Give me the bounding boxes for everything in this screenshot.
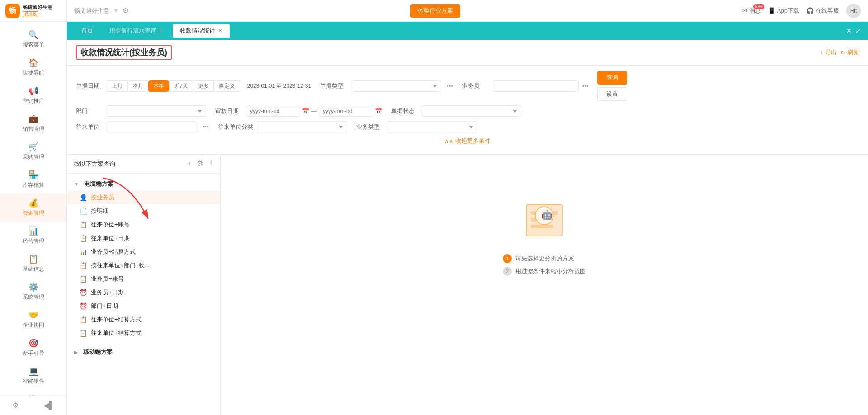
scheme-by-partner-dept[interactable]: 📋 按往来单位+部门+收... bbox=[67, 259, 220, 272]
export-btn[interactable]: ↑ 导出 bbox=[821, 48, 837, 57]
sidebar-item-operation[interactable]: 📊 经营管理 bbox=[0, 222, 66, 250]
date-tab-this-month[interactable]: 本月 bbox=[127, 80, 148, 92]
tab-bar: 首页 现金银行流水查询 ✕ 收款情况统计 ✕ ✕ ⤢ bbox=[67, 22, 868, 40]
sales-account-icon: 📋 bbox=[80, 275, 87, 283]
sidebar-item-guide[interactable]: 🎯 新手引导 bbox=[0, 334, 66, 362]
add-scheme-icon[interactable]: ＋ bbox=[186, 159, 193, 169]
window-expand-icon[interactable]: ⤢ bbox=[855, 27, 861, 34]
scheme-sales-account[interactable]: 📋 业务员+账号 bbox=[67, 272, 220, 286]
scheme-settings-icon[interactable]: ⚙ bbox=[197, 159, 203, 169]
partner-dept-icon: 📋 bbox=[80, 262, 87, 269]
sidebar-item-quick-nav[interactable]: 🏠 快捷导航 bbox=[0, 53, 66, 81]
scheme-partner-account[interactable]: 📋 往来单位+账号 bbox=[67, 218, 220, 231]
user-avatar[interactable]: Rit bbox=[846, 4, 861, 18]
partner-date-icon: 📋 bbox=[80, 235, 87, 242]
sidebar-item-purchase[interactable]: 🛒 采购管理 bbox=[0, 137, 66, 165]
scheme-sales-settlement[interactable]: 📊 业务员+结算方式 bbox=[67, 245, 220, 259]
settings-bottom-icon[interactable]: ⚙ bbox=[12, 401, 19, 410]
sales-rep-input[interactable] bbox=[493, 80, 579, 92]
partner-account-icon: 📋 bbox=[80, 221, 87, 228]
review-date-to[interactable] bbox=[319, 106, 373, 117]
dept-select[interactable] bbox=[107, 105, 206, 117]
sidebar-item-warehouse[interactable]: 🏪 库存核算 bbox=[0, 165, 66, 193]
left-panel-title: 按以下方案查询 bbox=[74, 160, 115, 168]
filter-actions: 查询 设置 bbox=[597, 71, 627, 101]
left-panel: 按以下方案查询 ＋ ⚙ 《 bbox=[67, 155, 221, 415]
topbar: 畅捷通好生意 ▼ ⚙ 体验行业方案 ✉ 消息 99+ 📱 App下载 🎧 在线客… bbox=[67, 0, 868, 22]
scheme-partner-settlement1[interactable]: 📋 往来单位+结算方式 bbox=[67, 313, 220, 326]
refresh-btn[interactable]: ↻ 刷新 bbox=[840, 48, 859, 57]
desktop-schemes: ▼ 电脑端方案 👤 按业务员 📄 按明细 📋 往来单位+账号 bbox=[67, 174, 220, 344]
date-tab-custom[interactable]: 自定义 bbox=[214, 80, 240, 92]
sidebar-item-hardware[interactable]: 💻 智能硬件 bbox=[0, 362, 66, 390]
doc-type-more-icon[interactable]: ••• bbox=[447, 83, 453, 90]
message-btn[interactable]: ✉ 消息 99+ bbox=[742, 7, 761, 15]
mobile-scheme-label: 移动端方案 bbox=[83, 348, 113, 356]
tab-cashflow[interactable]: 现金银行流水查询 ✕ bbox=[102, 24, 171, 38]
sidebar-item-marketing[interactable]: 📢 营销推广 bbox=[0, 81, 66, 109]
calendar-to-icon[interactable]: 📅 bbox=[375, 108, 382, 114]
doc-status-select[interactable] bbox=[422, 105, 521, 117]
doc-type-select[interactable] bbox=[351, 80, 441, 92]
partner-settlement1-icon: 📋 bbox=[80, 316, 87, 323]
sidebar-item-system[interactable]: ⚙️ 系统管理 bbox=[0, 278, 66, 306]
filter-partner-item: 往来单位 ••• bbox=[76, 121, 209, 132]
date-tab-this-year[interactable]: 本年 bbox=[148, 80, 169, 92]
tab-home[interactable]: 首页 bbox=[74, 24, 100, 38]
guide-icon: 🎯 bbox=[28, 338, 38, 348]
filter-date-item: 单据日期 上月 本月 本年 近7天 更多 自定义 2023-01-01 至 20… bbox=[76, 80, 311, 92]
date-tab-more[interactable]: 更多 bbox=[193, 80, 214, 92]
tab-receipt-stats-close[interactable]: ✕ bbox=[218, 28, 222, 34]
window-close-icon[interactable]: ✕ bbox=[846, 27, 852, 34]
tab-cashflow-close[interactable]: ✕ bbox=[159, 28, 164, 34]
partner-input[interactable] bbox=[107, 121, 197, 132]
calendar-from-icon[interactable]: 📅 bbox=[302, 108, 309, 114]
scheme-by-detail[interactable]: 📄 按明细 bbox=[67, 204, 220, 218]
collapse-filter-btn[interactable]: ∧∧ 收起更多条件 bbox=[76, 137, 859, 145]
scheme-partner-settlement2[interactable]: 📋 往来单位+结算方式 bbox=[67, 326, 220, 340]
scheme-dept-date[interactable]: ⏰ 部门+日期 bbox=[67, 299, 220, 313]
topbar-gear-icon[interactable]: ⚙ bbox=[123, 6, 129, 15]
scheme-partner-date[interactable]: 📋 往来单位+日期 bbox=[67, 231, 220, 245]
collapse-sidebar-icon[interactable]: ◀▌ bbox=[43, 401, 54, 410]
message-badge: 99+ bbox=[753, 4, 764, 9]
filter-row-3: 往来单位 ••• 往来单位分类 业务类型 bbox=[76, 121, 859, 132]
online-service-btn[interactable]: 🎧 在线客服 bbox=[807, 7, 839, 15]
review-date-from[interactable] bbox=[246, 106, 300, 117]
tab-receipt-stats[interactable]: 收款情况统计 ✕ bbox=[173, 24, 230, 38]
biz-type-label: 业务类型 bbox=[356, 123, 383, 131]
app-download-btn[interactable]: 📱 App下载 bbox=[768, 7, 799, 15]
biz-type-select[interactable] bbox=[387, 121, 477, 132]
filter-doc-status-item: 单据状态 bbox=[391, 105, 521, 117]
sales-rep-more-icon[interactable]: ••• bbox=[582, 83, 589, 90]
mobile-arrow-icon: ▶ bbox=[74, 350, 78, 355]
date-range-display: 2023-01-01 至 2023-12-31 bbox=[247, 82, 311, 90]
phone-icon: 📱 bbox=[768, 7, 775, 14]
sidebar-item-search[interactable]: 🔍 搜索菜单 bbox=[0, 25, 66, 53]
review-date-label: 审核日期 bbox=[215, 107, 242, 115]
sidebar-item-cooperation[interactable]: 🤝 企业协同 bbox=[0, 306, 66, 334]
svg-rect-4 bbox=[531, 225, 553, 228]
scheme-sales-date[interactable]: ⏰ 业务员+日期 bbox=[67, 286, 220, 299]
sidebar-item-sales[interactable]: 💼 销售管理 bbox=[0, 109, 66, 137]
collapse-left-icon[interactable]: 《 bbox=[207, 159, 213, 169]
partner-category-select[interactable] bbox=[257, 121, 347, 132]
date-tab-last-month[interactable]: 上月 bbox=[107, 80, 127, 92]
empty-steps: 1 请先选择要分析的方案 2 用过滤条件来缩小分析范围 bbox=[503, 254, 586, 279]
query-btn[interactable]: 查询 bbox=[597, 71, 627, 85]
scheme-by-sales[interactable]: 👤 按业务员 bbox=[67, 191, 220, 204]
partner-more-icon[interactable]: ••• bbox=[203, 123, 209, 130]
sidebar-item-wechat[interactable]: 💬 企业微信 bbox=[0, 390, 66, 395]
sidebar-item-finance[interactable]: 💰 资金管理 bbox=[0, 193, 66, 222]
marketing-icon: 📢 bbox=[28, 86, 38, 96]
filter-biz-type-item: 业务类型 bbox=[356, 121, 477, 132]
settings-btn[interactable]: 设置 bbox=[597, 87, 627, 101]
trial-btn[interactable]: 体验行业方案 bbox=[410, 4, 460, 18]
purchase-icon: 🛒 bbox=[28, 142, 38, 152]
sidebar-item-basic[interactable]: 📋 基础信息 bbox=[0, 250, 66, 278]
step-1-num: 1 bbox=[503, 254, 512, 263]
review-date-group: 📅 — 📅 bbox=[246, 106, 382, 117]
sales-date-icon: ⏰ bbox=[80, 289, 87, 296]
empty-state: 🤖 1 请先选择要分析的方案 2 用过滤条件来缩小分析范围 bbox=[221, 155, 868, 415]
date-tab-7days[interactable]: 近7天 bbox=[169, 80, 193, 92]
